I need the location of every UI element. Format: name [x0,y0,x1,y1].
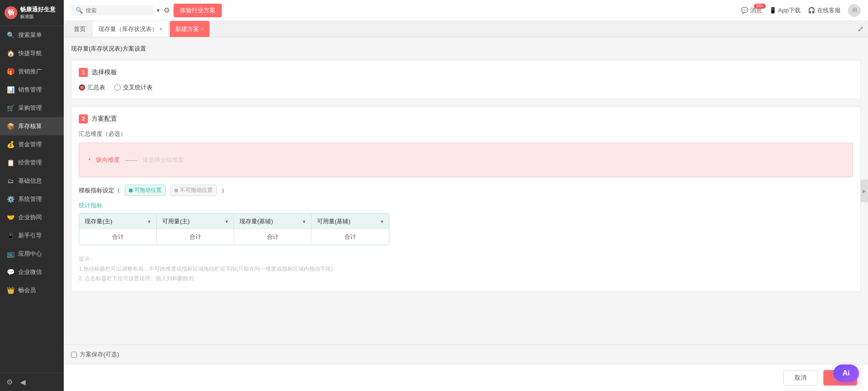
sidebar-label-basic: 基础信息 [18,177,42,185]
dimension-box: * 纵向维度 —— 请选择分组维度 [79,143,853,177]
sidebar-label-sales: 销售管理 [18,86,42,94]
sidebar-item-purchase[interactable]: 🛒采购管理 [0,99,64,117]
sidebar-toggle-icon[interactable]: ◀ [20,378,26,386]
step2-header: 2 方案配置 [79,114,853,123]
stats-col-chevron-3[interactable]: ▾ [381,219,383,225]
logo-text: 畅康通好生意 [20,5,56,14]
sidebar-icon-finance: 💰 [6,140,15,149]
message-btn[interactable]: 💬 消息 99+ [741,6,762,15]
online-service-btn[interactable]: 🎧 在线客服 [808,6,841,15]
sidebar: 畅 畅康通好生意 标准版 🔍搜索菜单🏠快捷导航🎁营销推广📊销售管理🛒采购管理📦库… [0,0,64,391]
tab-collapse-icon[interactable]: ⤢ [858,25,863,33]
tab-home[interactable]: 首页 [68,22,91,36]
section-scheme-config: 2 方案配置 汇总维度（必选） * 纵向维度 —— 请选择分组维度 模板指标设定… [71,107,861,292]
stats-col-name-0: 现存量(主) [85,217,112,226]
logo-sub: 标准版 [20,14,56,20]
stats-table-body: 合计合计合计合计 [79,229,389,245]
sidebar-item-sales[interactable]: 📊销售管理 [0,81,64,99]
sidebar-icon-newbie: 📱 [6,232,15,240]
sidebar-icon-member: 👑 [6,286,15,294]
sidebar-item-member[interactable]: 👑畅会员 [0,281,64,299]
sidebar-item-inventory[interactable]: 📦库存核算 [0,117,64,135]
download-icon: 📱 [769,7,776,14]
sidebar-item-business[interactable]: 📋经营管理 [0,154,64,172]
sidebar-label-member: 畅会员 [18,286,36,294]
stats-col-name-3: 可用量(基辅) [317,217,351,226]
sidebar-label-purchase: 采购管理 [18,104,42,112]
sidebar-item-basic[interactable]: 🗂基础信息 [0,172,64,190]
radio-cross[interactable]: 交叉统计表 [114,83,153,92]
tips-title: 提示： [79,254,853,264]
topbar-dropdown[interactable]: ▾ [157,7,160,14]
stats-col-chevron-2[interactable]: ▾ [303,219,306,225]
draggable-badge: 可拖动位置 [125,185,166,196]
non-draggable-label: 不可拖动位置 [180,186,213,194]
stats-header-col-2[interactable]: 现存量(基辅)▾ [234,214,311,229]
sidebar-item-corp[interactable]: 🤝企业协同 [0,208,64,226]
stats-col-chevron-0[interactable]: ▾ [148,219,151,225]
non-draggable-badge: 不可拖动位置 [170,185,217,196]
stats-body-col-3: 合计 [311,229,389,245]
main-area: 🔍 ▾ ⚙ 体验行业方案 💬 消息 99+ 📱 App下载 🎧 在线客服 用 [64,0,868,391]
tab-inventory-close[interactable]: × [159,26,163,32]
tab-new-scheme-close[interactable]: × [201,26,204,32]
cancel-button[interactable]: 取消 [783,370,818,386]
industry-btn[interactable]: 体验行业方案 [174,4,222,17]
dimension-placeholder[interactable]: 请选择分组维度 [143,156,184,164]
sidebar-item-marketing[interactable]: 🎁营销推广 [0,62,64,81]
right-panel-toggle[interactable]: ▶ [861,180,868,202]
sidebar-item-system[interactable]: ⚙️系统管理 [0,190,64,208]
save-checkbox[interactable]: 方案保存(可选) [71,350,119,359]
save-label: 方案保存(可选) [80,350,119,359]
settings-icon[interactable]: ⚙ [6,378,13,386]
stats-header-col-3[interactable]: 可用量(基辅)▾ [311,214,389,229]
step1-header: 1 选择模板 [79,68,853,77]
sidebar-item-newbie[interactable]: 📱新手引导 [0,226,64,245]
sidebar-item-finance[interactable]: 💰资金管理 [0,135,64,154]
stats-header-col-1[interactable]: 可用量(主)▾ [157,214,234,229]
sidebar-icon-appstore: 📺 [6,250,15,258]
page-footer: 方案保存(可选) [64,345,868,364]
step1-badge: 1 [79,68,88,77]
save-checkbox-input[interactable] [71,352,77,358]
sidebar-item-search[interactable]: 🔍搜索菜单 [0,26,64,44]
stats-col-name-2: 现存量(基辅) [240,217,273,226]
sidebar-nav: 🔍搜索菜单🏠快捷导航🎁营销推广📊销售管理🛒采购管理📦库存核算💰资金管理📋经营管理… [0,26,64,373]
dimension-required-marker: * [88,157,91,164]
radio-summary[interactable]: 汇总表 [79,83,105,92]
service-label: 在线客服 [817,6,841,15]
sidebar-icon-marketing: 🎁 [6,67,15,76]
sidebar-item-appstore[interactable]: 📺应用中心 [0,245,64,263]
ai-fab[interactable]: Ai [833,365,859,382]
tab-new-scheme-label: 新建方案 [175,25,199,33]
stats-body-col-1: 合计 [157,229,234,245]
search-input[interactable] [86,7,140,14]
stats-col-chevron-1[interactable]: ▾ [225,219,228,225]
sidebar-label-quicknav: 快捷导航 [18,49,42,57]
stats-col-name-1: 可用量(主) [162,217,190,226]
sidebar-label-marketing: 营销推广 [18,67,42,76]
tip2: 2. 点击标题栏下拉可设置排序、插入列和删除列 [79,274,853,284]
sidebar-bottom: ⚙ ◀ [0,373,64,391]
tab-new-scheme[interactable]: 新建方案 × [170,21,209,37]
topbar-settings-icon[interactable]: ⚙ [163,6,170,15]
radio-cross-label: 交叉统计表 [123,83,153,92]
ai-fab-label: Ai [842,369,850,377]
sidebar-item-quicknav[interactable]: 🏠快捷导航 [0,44,64,62]
sidebar-icon-corp: 🤝 [6,213,15,221]
tab-inventory[interactable]: 现存量（库存状况表） × [93,21,168,37]
sidebar-icon-business: 📋 [6,159,15,167]
sidebar-label-appstore: 应用中心 [18,250,42,258]
service-icon: 🎧 [808,7,815,14]
app-download-btn[interactable]: 📱 App下载 [769,6,801,15]
message-icon: 💬 [741,7,748,14]
user-avatar[interactable]: 用 [848,4,861,17]
topbar: 🔍 ▾ ⚙ 体验行业方案 💬 消息 99+ 📱 App下载 🎧 在线客服 用 [64,0,868,21]
sidebar-icon-inventory: 📦 [6,122,15,130]
template-settings-label-end: ） [221,186,227,195]
stats-header-col-0[interactable]: 现存量(主)▾ [79,214,157,229]
sidebar-label-newbie: 新手引导 [18,232,42,240]
sidebar-item-wechat[interactable]: 💬企业微信 [0,263,64,281]
sidebar-label-finance: 资金管理 [18,140,42,149]
dimension-separator: —— [125,157,137,164]
